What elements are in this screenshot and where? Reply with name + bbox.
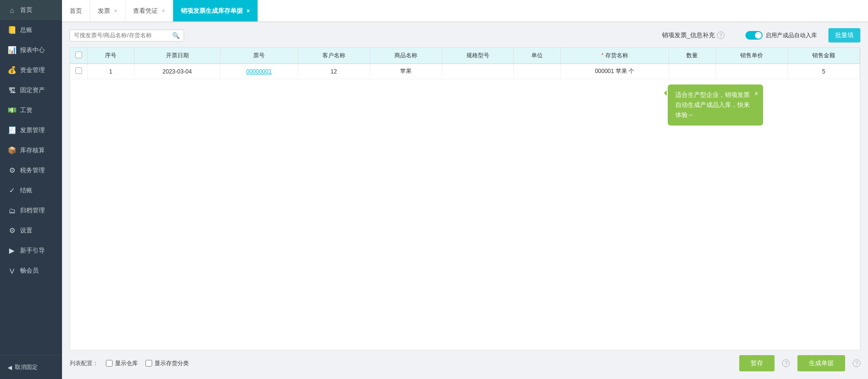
main-area: 首页 发票 × 查看凭证 × 销项发票生成库存单据 × 🔍 销项发票_信息补充 …: [62, 0, 868, 379]
invoice-icon: 🧾: [8, 126, 16, 135]
sidebar: ⌂ 首页 📒 总账 📊 报表中心 💰 资金管理 🏗 固定资产 💵 工资 🧾 发票…: [0, 0, 62, 379]
cell-inventory: 000001 苹果 个: [560, 64, 669, 79]
cell-unit-price: [716, 64, 788, 79]
row-checkbox-cell: [70, 64, 87, 79]
tab-voucher-close[interactable]: ×: [162, 8, 165, 14]
sidebar-item-label: 固定资产: [20, 86, 45, 95]
show-warehouse-checkbox[interactable]: 显示仓库: [106, 359, 138, 368]
tab-home-label: 首页: [70, 7, 82, 15]
table-header-row: 序号 开票日期 票号 客户名称 商品名称 规格型号 单位 * 存货名称 数量 销…: [70, 48, 860, 64]
tab-bar: 首页 发票 × 查看凭证 × 销项发票生成库存单据 ×: [62, 0, 868, 22]
tab-main[interactable]: 销项发票生成库存单据 ×: [173, 0, 258, 21]
reports-icon: 📊: [8, 46, 16, 54]
tab-main-close[interactable]: ×: [247, 8, 250, 14]
auto-warehouse-toggle[interactable]: [745, 31, 763, 40]
toolbar: 🔍 销项发票_信息补充 ? 启用产成品自动入库 批量填: [70, 28, 860, 42]
sidebar-item-archive[interactable]: 🗂 归档管理: [0, 200, 62, 221]
header-seq: 序号: [87, 48, 134, 64]
cell-product: 苹果: [370, 64, 442, 79]
header-unit: 单位: [514, 48, 560, 64]
cell-qty: [669, 64, 715, 79]
sidebar-item-label: 总账: [20, 26, 32, 34]
table-row: 1 2023-03-04 00000001 12 苹果 000001 苹果 个 …: [70, 64, 860, 79]
sidebar-item-ledger[interactable]: 📒 总账: [0, 20, 62, 40]
header-unit-price: 销售单价: [716, 48, 788, 64]
show-warehouse-label: 显示仓库: [115, 359, 138, 368]
sidebar-item-salary[interactable]: 💵 工资: [0, 100, 62, 120]
show-category-input[interactable]: [145, 360, 152, 367]
generate-button[interactable]: 生成单据: [797, 355, 845, 371]
header-checkbox-cell: [70, 48, 87, 64]
search-box[interactable]: 🔍: [70, 30, 184, 42]
salary-icon: 💵: [8, 106, 16, 115]
tab-invoice-close[interactable]: ×: [114, 8, 117, 14]
header-spec: 规格型号: [442, 48, 514, 64]
info-help-icon[interactable]: ?: [717, 32, 724, 39]
sidebar-item-label: 归档管理: [20, 206, 45, 215]
sidebar-item-settings[interactable]: ⚙ 设置: [0, 221, 62, 241]
cell-unit: [514, 64, 560, 79]
info-label-text: 销项发票_信息补充: [662, 31, 715, 40]
list-config-label: 列表配置：: [70, 359, 98, 368]
cell-seq: 1: [87, 64, 134, 79]
header-ticket-no: 票号: [220, 48, 298, 64]
archive-icon: 🗂: [8, 207, 16, 215]
toggle-label: 启用产成品自动入库: [765, 32, 817, 40]
footer-buttons: 暂存 ? 生成单据 ?: [739, 355, 860, 371]
sidebar-item-vip[interactable]: V 畅会员: [0, 261, 62, 281]
sidebar-item-label: 税务管理: [20, 166, 45, 175]
sidebar-item-guide[interactable]: ▶ 新手引导: [0, 241, 62, 261]
header-customer: 客户名称: [298, 48, 370, 64]
content-area: 🔍 销项发票_信息补充 ? 启用产成品自动入库 批量填 序: [62, 22, 868, 379]
generate-help-icon[interactable]: ?: [853, 359, 860, 367]
cell-date: 2023-03-04: [134, 64, 220, 79]
sidebar-item-funds[interactable]: 💰 资金管理: [0, 60, 62, 80]
cell-ticket-no[interactable]: 00000001: [220, 64, 298, 79]
sidebar-item-settlement[interactable]: ✓ 结账: [0, 180, 62, 200]
sidebar-item-label: 工资: [20, 106, 32, 115]
pin-label: 取消固定: [15, 363, 38, 371]
save-help-icon[interactable]: ?: [782, 359, 790, 367]
show-category-checkbox[interactable]: 显示存货分类: [145, 359, 189, 368]
show-warehouse-input[interactable]: [106, 360, 113, 367]
assets-icon: 🏗: [8, 86, 16, 95]
cell-amount: 5: [787, 64, 859, 79]
inventory-icon: 📦: [8, 146, 16, 155]
sidebar-item-label: 首页: [20, 6, 32, 14]
show-category-label: 显示存货分类: [155, 359, 189, 368]
sidebar-item-label: 发票管理: [20, 126, 45, 135]
info-label: 销项发票_信息补充 ?: [662, 31, 724, 40]
row-checkbox[interactable]: [75, 67, 82, 74]
sidebar-item-reports[interactable]: 📊 报表中心: [0, 40, 62, 60]
tab-home[interactable]: 首页: [62, 0, 90, 21]
guide-icon: ▶: [8, 246, 16, 255]
select-all-checkbox[interactable]: [75, 52, 82, 58]
sidebar-bottom: ◀ 取消固定: [0, 355, 62, 379]
sidebar-item-label: 报表中心: [20, 46, 45, 54]
search-input[interactable]: [74, 32, 172, 39]
save-button[interactable]: 暂存: [739, 355, 775, 371]
tab-voucher[interactable]: 查看凭证 ×: [125, 0, 173, 21]
pin-icon: ◀: [8, 364, 12, 371]
tooltip-close-button[interactable]: ×: [754, 88, 758, 99]
header-product: 商品名称: [370, 48, 442, 64]
tax-icon: ⚙: [8, 166, 16, 175]
ledger-icon: 📒: [8, 26, 16, 34]
sidebar-item-home[interactable]: ⌂ 首页: [0, 0, 62, 20]
cell-spec: [442, 64, 514, 79]
tooltip-text: 适合生产型企业，销项发票自动生成产成品入库，快来体验～: [675, 91, 750, 118]
sidebar-item-tax[interactable]: ⚙ 税务管理: [0, 160, 62, 180]
batch-fill-button[interactable]: 批量填: [828, 28, 860, 42]
sidebar-item-invoice-mgmt[interactable]: 🧾 发票管理: [0, 120, 62, 140]
vip-icon: V: [8, 267, 16, 275]
toggle-area: 启用产成品自动入库: [745, 31, 817, 40]
tab-voucher-label: 查看凭证: [133, 7, 158, 15]
sidebar-item-inventory[interactable]: 📦 库存核算: [0, 140, 62, 160]
tab-main-label: 销项发票生成库存单据: [181, 7, 243, 15]
sidebar-pin-button[interactable]: ◀ 取消固定: [0, 359, 62, 375]
header-date: 开票日期: [134, 48, 220, 64]
sidebar-item-fixed-assets[interactable]: 🏗 固定资产: [0, 80, 62, 100]
funds-icon: 💰: [8, 66, 16, 74]
tab-invoice[interactable]: 发票 ×: [90, 0, 125, 21]
sidebar-item-label: 新手引导: [20, 246, 45, 255]
